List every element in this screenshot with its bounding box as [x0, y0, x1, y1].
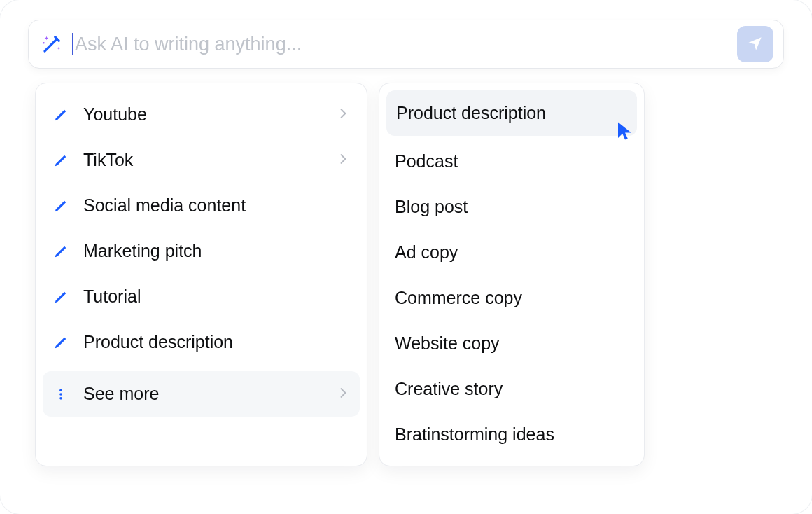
send-button[interactable] — [737, 26, 774, 62]
submenu-item-product-description[interactable]: Product description — [386, 90, 637, 136]
submenu-item-blog-post[interactable]: Blog post — [379, 184, 644, 230]
more-vertical-icon — [52, 386, 69, 403]
text-cursor — [72, 33, 74, 55]
menu-item-label: Tutorial — [83, 286, 350, 307]
submenu-item-brainstorming[interactable]: Bratinstorming ideas — [379, 412, 644, 457]
svg-point-0 — [43, 42, 45, 44]
submenu-item-label: Bratinstorming ideas — [395, 424, 554, 445]
svg-point-1 — [59, 389, 62, 391]
app-container: Youtube TikTok Social media content — [0, 0, 812, 514]
pencil-icon — [52, 152, 69, 169]
menu-item-see-more[interactable]: See more — [43, 371, 360, 417]
menu-item-tiktok[interactable]: TikTok — [36, 137, 367, 183]
pencil-icon — [52, 334, 69, 351]
menu-item-label: Youtube — [83, 104, 322, 125]
menu-item-social-media[interactable]: Social media content — [36, 183, 367, 228]
submenu-item-label: Commerce copy — [395, 288, 522, 308]
submenu-item-label: Podcast — [395, 151, 458, 172]
submenu-item-label: Creative story — [395, 379, 503, 399]
menu-divider — [36, 368, 367, 368]
svg-point-3 — [59, 397, 62, 400]
menu-panels: Youtube TikTok Social media content — [28, 83, 784, 466]
submenu-item-creative-story[interactable]: Creative story — [379, 366, 644, 412]
menu-item-label: Social media content — [83, 195, 350, 216]
chevron-right-icon — [336, 152, 350, 169]
submenu-item-ad-copy[interactable]: Ad copy — [379, 230, 644, 275]
menu-item-label: Product description — [83, 332, 350, 352]
ai-search-bar[interactable] — [28, 20, 784, 69]
secondary-menu: Product description Podcast Blog post Ad… — [379, 83, 645, 466]
pencil-icon — [52, 243, 69, 260]
submenu-item-label: Ad copy — [395, 242, 458, 263]
pencil-icon — [52, 106, 69, 123]
submenu-item-commerce-copy[interactable]: Commerce copy — [379, 275, 644, 321]
menu-item-youtube[interactable]: Youtube — [36, 92, 367, 137]
submenu-item-label: Blog post — [395, 197, 468, 217]
ai-prompt-input[interactable] — [75, 34, 737, 55]
submenu-item-website-copy[interactable]: Website copy — [379, 321, 644, 366]
magic-wand-icon — [41, 34, 62, 55]
submenu-item-label: Website copy — [395, 333, 500, 354]
menu-item-label: TikTok — [83, 150, 322, 170]
submenu-item-podcast[interactable]: Podcast — [379, 139, 644, 184]
menu-item-label: See more — [83, 384, 322, 404]
menu-item-product-description[interactable]: Product description — [36, 319, 367, 365]
pencil-icon — [52, 289, 69, 305]
chevron-right-icon — [336, 386, 350, 403]
primary-menu: Youtube TikTok Social media content — [35, 83, 368, 466]
svg-point-2 — [59, 393, 62, 396]
submenu-item-label: Product description — [396, 103, 546, 123]
menu-item-label: Marketing pitch — [83, 241, 350, 261]
send-icon — [746, 34, 764, 55]
menu-item-marketing-pitch[interactable]: Marketing pitch — [36, 228, 367, 274]
menu-item-tutorial[interactable]: Tutorial — [36, 274, 367, 319]
chevron-right-icon — [336, 106, 350, 123]
pencil-icon — [52, 197, 69, 214]
